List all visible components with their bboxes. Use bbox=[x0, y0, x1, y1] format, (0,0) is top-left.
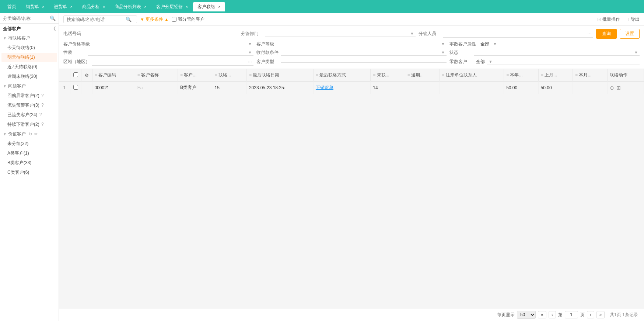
sidebar-search-input[interactable] bbox=[3, 16, 48, 21]
close-customer-contact[interactable]: × bbox=[218, 4, 220, 9]
help-icon-abnormal: ? bbox=[41, 93, 44, 98]
select-all-checkbox[interactable] bbox=[73, 72, 78, 77]
gear-icon[interactable]: ⚙ bbox=[85, 73, 89, 78]
nav-purchase-order[interactable]: 进货单 × bbox=[49, 2, 77, 11]
close-product-analysis-list[interactable]: × bbox=[144, 4, 146, 9]
search-input-wrap: 🔍 bbox=[63, 15, 137, 23]
next-page-btn[interactable]: › bbox=[587, 311, 594, 318]
sidebar-item-class-c[interactable]: C类客户(6) bbox=[1, 168, 57, 177]
close-product-analysis[interactable]: × bbox=[103, 4, 105, 9]
sidebar-item-ungrouped[interactable]: 未分组(32) bbox=[1, 139, 57, 148]
phone-input[interactable] bbox=[88, 30, 238, 37]
customer-value-grade-label: 客户价格等级 bbox=[63, 41, 90, 47]
col-tmonth-sort[interactable]: ≡ bbox=[575, 72, 578, 77]
data-table: ⚙ ≡ 客户编码 ≡ 客户名称 ≡ 客户... bbox=[59, 69, 644, 94]
edit-icon[interactable]: ✏ bbox=[34, 132, 38, 137]
cell-action: ⊙ ⊞ bbox=[607, 82, 644, 94]
row-checkbox[interactable] bbox=[73, 85, 78, 90]
ra-chevron: ▼ bbox=[493, 42, 497, 46]
col-contact-sort[interactable]: ≡ bbox=[214, 72, 217, 77]
sidebar-item-atrisk[interactable]: 流失预警客户(3) ? bbox=[1, 101, 57, 110]
sidebar-item-today[interactable]: 今天待联络(0) bbox=[1, 43, 57, 52]
sidebar-item-near7[interactable]: 近7天待联络(0) bbox=[1, 62, 57, 72]
more-conditions-btn[interactable]: ▼ 更多条件 ▲ bbox=[140, 16, 169, 23]
nav-sales-order[interactable]: 销货单 × bbox=[21, 2, 49, 11]
action-more-icon[interactable]: ⊞ bbox=[616, 85, 621, 91]
filter-region: 区域（地区） ··· bbox=[63, 58, 253, 66]
top-nav: 首页 销货单 × 进货单 × 商品分析 × 商品分析列表 × 客户分层经营 × … bbox=[0, 0, 644, 13]
sidebar-search-icon[interactable]: 🔍 bbox=[50, 15, 56, 21]
sidebar-item-class-a[interactable]: A类客户(1) bbox=[1, 149, 57, 158]
pagination-bar: 每页显示 50 100 200 « ‹ 第 页 › » 共1页 1条记录 bbox=[59, 308, 644, 321]
status-select[interactable]: ▼ bbox=[474, 49, 640, 56]
my-customers-checkbox[interactable]: 我分管的客户 bbox=[172, 16, 204, 23]
close-sales-order[interactable]: × bbox=[42, 4, 44, 9]
cvg-chevron: ▼ bbox=[248, 42, 252, 46]
sidebar-group-value[interactable]: ▼ 价值客户 ↻ ✏ bbox=[0, 130, 59, 139]
col-name-sort[interactable]: ≡ bbox=[137, 72, 140, 77]
close-customer-tier[interactable]: × bbox=[186, 4, 188, 9]
subdept-select[interactable]: ▼ bbox=[265, 31, 416, 37]
nav-customer-tier[interactable]: 客户分层经营 × bbox=[152, 2, 192, 11]
col-unit-sort[interactable]: ≡ bbox=[442, 72, 444, 77]
phone-label: 电话号码 bbox=[63, 31, 85, 37]
col-gear[interactable]: ⚙ bbox=[81, 69, 92, 82]
col-type-sort[interactable]: ≡ bbox=[180, 72, 183, 77]
export-btn[interactable]: ↑ 导出 bbox=[627, 16, 640, 23]
nav-customer-contact[interactable]: 客户联络 × bbox=[193, 2, 225, 11]
close-purchase-order[interactable]: × bbox=[70, 4, 72, 9]
query-btn[interactable]: 查询 bbox=[596, 29, 617, 39]
gender-select[interactable]: ▼ bbox=[88, 49, 253, 56]
subperson-select[interactable]: ··· bbox=[443, 30, 593, 38]
search-bar: 🔍 ▼ 更多条件 ▲ 我分管的客户 ☑ 批量操作 ↑ 导出 bbox=[59, 13, 644, 26]
retail-customer-select[interactable]: ▼ bbox=[487, 59, 640, 65]
my-customers-check[interactable] bbox=[172, 17, 176, 22]
last-page-btn[interactable]: » bbox=[596, 311, 605, 318]
col-uncontacted-sort[interactable]: ≡ bbox=[373, 72, 375, 77]
filter-row-2: 客户价格等级 ▼ 客户等级 ▼ 零散客户属性 全部 bbox=[63, 41, 640, 47]
sidebar-item-abnormal[interactable]: 回购异常客户(2) ? bbox=[1, 91, 57, 100]
sidebar-item-lost[interactable]: 已流失客户(24) ? bbox=[1, 110, 57, 120]
region-select[interactable]: ··· bbox=[92, 58, 253, 66]
cell-type: B类客户 bbox=[178, 82, 212, 94]
col-lmonth-sort[interactable]: ≡ bbox=[541, 72, 543, 77]
sidebar-group-problem[interactable]: ▼ 问题客户 bbox=[0, 82, 59, 91]
col-overdue-sort[interactable]: ≡ bbox=[407, 72, 410, 77]
search-input[interactable] bbox=[67, 17, 126, 22]
customer-value-grade-select[interactable]: ▼ bbox=[92, 41, 253, 47]
retail-attr-select[interactable]: ▼ bbox=[491, 41, 640, 47]
col-last-date-sort[interactable]: ≡ bbox=[249, 72, 252, 77]
nav-product-analysis-list[interactable]: 商品分析列表 × bbox=[110, 2, 151, 11]
action-view-icon[interactable]: ⊙ bbox=[610, 85, 614, 91]
sidebar-item-tomorrow[interactable]: 明天待联络(1) bbox=[1, 53, 57, 62]
search-icon[interactable]: 🔍 bbox=[126, 17, 132, 22]
col-year-sort[interactable]: ≡ bbox=[506, 72, 509, 77]
first-page-btn[interactable]: « bbox=[538, 311, 546, 318]
all-customers-label: 全部客户 bbox=[3, 26, 21, 32]
region-dots[interactable]: ··· bbox=[248, 59, 252, 65]
page-number-input[interactable] bbox=[565, 311, 578, 318]
per-page-select[interactable]: 50 100 200 bbox=[517, 311, 536, 319]
filter-row-4: 区域（地区） ··· 客户类型 零散客户 全部 ▼ bbox=[63, 58, 640, 66]
customer-type-select[interactable] bbox=[281, 61, 447, 63]
sidebar-item-class-b[interactable]: B类客户(33) bbox=[1, 158, 57, 168]
col-code-sort[interactable]: ≡ bbox=[95, 72, 97, 77]
nav-product-analysis[interactable]: 商品分析 × bbox=[78, 2, 109, 11]
cell-this-year: 50.00 bbox=[504, 82, 538, 94]
nav-home[interactable]: 首页 bbox=[3, 2, 21, 11]
last-method-link[interactable]: 下销货单 bbox=[316, 85, 333, 90]
subperson-dots[interactable]: ··· bbox=[587, 31, 592, 37]
sidebar-group-pending[interactable]: ▼ 待联络客户 bbox=[0, 34, 59, 43]
set-btn[interactable]: 设置 bbox=[620, 29, 640, 39]
sidebar-collapse-btn[interactable]: 《 bbox=[51, 26, 56, 32]
retail-customer-value: 全部 bbox=[476, 59, 485, 65]
sidebar-item-overdue[interactable]: 逾期未联络(30) bbox=[1, 72, 57, 81]
refresh-icon[interactable]: ↻ bbox=[29, 132, 32, 137]
customer-grade-select[interactable]: ▼ bbox=[281, 41, 447, 47]
prev-page-btn[interactable]: ‹ bbox=[549, 311, 556, 318]
sidebar-item-decline[interactable]: 持续下滑客户(2) ? bbox=[1, 120, 57, 129]
batch-op-btn[interactable]: ☑ 批量操作 bbox=[597, 16, 620, 23]
payment-select[interactable]: ▼ bbox=[281, 49, 447, 56]
retail-customer-label: 零散客户 bbox=[449, 59, 472, 65]
col-last-method-sort[interactable]: ≡ bbox=[316, 72, 318, 77]
